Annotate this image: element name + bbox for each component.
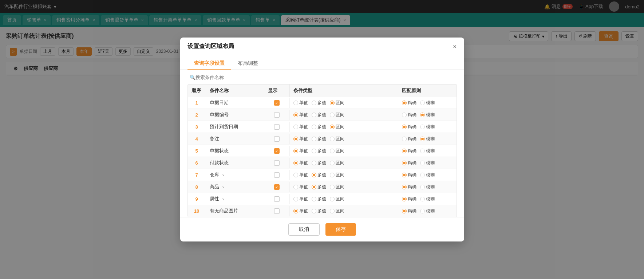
dialog-footer: 取消 保存 [180,217,464,241]
match-fuzzy[interactable]: 模糊 [420,160,435,166]
radio-single [293,197,298,201]
radio-single [293,149,298,153]
row-show[interactable] [264,206,290,216]
match-exact[interactable]: 精确 [402,184,416,190]
match-fuzzy[interactable]: 模糊 [420,184,435,190]
type-multi[interactable]: 多值 [312,172,326,178]
show-checkbox[interactable] [274,208,280,214]
cancel-button[interactable]: 取消 [288,223,320,236]
show-checkbox[interactable] [274,172,280,178]
type-multi[interactable]: 多值 [312,184,326,190]
row-match: 精确 模糊 [398,133,457,145]
type-single[interactable]: 单值 [293,112,308,118]
type-single[interactable]: 单值 [293,148,308,154]
type-multi[interactable]: 多值 [312,112,326,118]
type-range[interactable]: 区间 [330,148,344,154]
row-match: 精确 模糊 [398,145,457,157]
type-range[interactable]: 区间 [330,124,344,130]
row-order: 5 [188,146,206,156]
radio-multi [312,113,316,117]
type-multi[interactable]: 多值 [312,100,326,106]
radio-multi [312,161,316,165]
match-fuzzy[interactable]: 模糊 [420,112,435,118]
show-checkbox[interactable] [274,100,280,106]
row-show[interactable] [264,122,290,132]
show-checkbox[interactable] [274,196,280,202]
match-fuzzy[interactable]: 模糊 [420,172,435,178]
dialog-close-button[interactable]: × [453,43,457,50]
search-input[interactable] [195,75,254,80]
type-single[interactable]: 单值 [293,124,308,130]
match-fuzzy[interactable]: 模糊 [420,100,435,106]
type-single[interactable]: 单值 [293,136,308,142]
match-exact[interactable]: 精确 [402,172,416,178]
save-button[interactable]: 保存 [325,223,356,236]
match-exact[interactable]: 精确 [402,160,416,166]
row-type: 单值 多值 区间 [290,145,398,157]
row-show[interactable] [264,170,290,180]
type-single[interactable]: 单值 [293,184,308,190]
table-row: 4 备注 单值 多值 区间 [188,133,457,145]
row-type: 单值 多值 区间 [290,121,398,133]
type-single[interactable]: 单值 [293,208,308,214]
type-multi[interactable]: 多值 [312,148,326,154]
col-match: 匹配原则 [398,85,457,97]
match-exact[interactable]: 精确 [402,208,416,214]
show-checkbox[interactable] [274,184,280,190]
col-order: 顺序 [188,85,206,97]
row-show[interactable] [264,146,290,156]
type-single[interactable]: 单值 [293,196,308,202]
row-show[interactable] [264,110,290,120]
match-exact[interactable]: 精确 [402,136,416,142]
type-single[interactable]: 单值 [293,160,308,166]
col-name: 条件名称 [206,85,264,97]
match-fuzzy[interactable]: 模糊 [420,208,435,214]
match-exact[interactable]: 精确 [402,100,416,106]
radio-fuzzy [420,101,425,105]
type-single[interactable]: 单值 [293,172,308,178]
radio-single [293,137,298,141]
row-show[interactable] [264,182,290,192]
match-fuzzy[interactable]: 模糊 [420,196,435,202]
match-fuzzy[interactable]: 模糊 [420,148,435,154]
type-range[interactable]: 区间 [330,160,344,166]
row-type: 单值 多值 区间 [290,205,398,217]
row-show[interactable] [264,158,290,168]
type-range[interactable]: 区间 [330,184,344,190]
show-checkbox[interactable] [274,160,280,166]
type-multi[interactable]: 多值 [312,124,326,130]
table-row: 6 付款状态 单值 多值 区间 [188,157,457,169]
row-show[interactable] [264,194,290,204]
type-single[interactable]: 单值 [293,100,308,106]
tab-field-settings[interactable]: 查询字段设置 [187,58,231,70]
type-range[interactable]: 区间 [330,208,344,214]
row-order: 7 [188,170,206,180]
type-multi[interactable]: 多值 [312,208,326,214]
row-order: 2 [188,110,206,120]
type-multi[interactable]: 多值 [312,160,326,166]
match-exact[interactable]: 精确 [402,196,416,202]
type-range[interactable]: 区间 [330,100,344,106]
dialog-title: 设置查询区域布局 [187,43,234,50]
match-fuzzy[interactable]: 模糊 [420,136,435,142]
radio-fuzzy [420,209,425,213]
type-range[interactable]: 区间 [330,136,344,142]
type-multi[interactable]: 多值 [312,196,326,202]
show-checkbox[interactable] [274,124,280,130]
type-range[interactable]: 区间 [330,172,344,178]
show-checkbox[interactable] [274,136,280,142]
type-range[interactable]: 区间 [330,112,344,118]
row-show[interactable] [264,98,290,108]
match-fuzzy[interactable]: 模糊 [420,124,435,130]
match-exact[interactable]: 精确 [402,124,416,130]
show-checkbox[interactable] [274,148,280,154]
row-show[interactable] [264,134,290,144]
tab-layout-adjust[interactable]: 布局调整 [231,58,265,70]
show-checkbox[interactable] [274,112,280,118]
type-multi[interactable]: 多值 [312,136,326,142]
row-order: 9 [188,194,206,204]
match-exact[interactable]: 精确 [402,112,416,118]
match-exact[interactable]: 精确 [402,148,416,154]
type-range[interactable]: 区间 [330,196,344,202]
radio-fuzzy [420,149,425,153]
